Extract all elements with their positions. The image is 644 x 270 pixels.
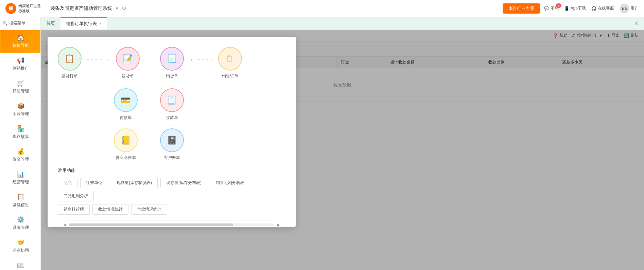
scroll-right-icon[interactable]: ▶ [277,222,280,227]
sidebar-item-basic-info[interactable]: 📋 基础信息 [0,189,40,212]
finance-icon: 💰 [17,148,24,155]
message-badge: 5 [556,3,561,8]
sidebar-item-inventory[interactable]: 🏪 库存核算 [0,121,40,144]
search-icon: 🔍 [3,21,8,26]
common-btn-stock-status[interactable]: 现存量(库存状况表) [111,178,158,188]
purchase-order-item: 📋 进货订单 [58,47,82,79]
supplier-ledger-item: 📒 供应商账本 [114,128,138,161]
sales-order-circle[interactable]: 🗒 [218,47,242,71]
message-icon: 💬 [544,6,549,11]
supplier-item-wrapper: 📒 供应商账本 [114,128,138,161]
tab-sales-exec[interactable]: 销售订单执行表 ✕ [60,17,107,30]
sales-bill-label: 销货单 [166,73,178,79]
avatar: Ea [620,4,629,13]
top-bar: 畅 畅康通好生意 标准版 装备及固定资产辅助管理系统 ▼ ⚙ 体验行业方案 💬 … [0,0,644,17]
online-service-item[interactable]: 🎧 在线客服 [591,5,614,11]
purchase-bill-circle[interactable]: 📝 [116,47,140,71]
marketing-icon: 📢 [17,57,24,64]
scroll-thumb [69,223,233,226]
receipt-bill-label: 收款单 [166,115,178,121]
user-item[interactable]: Ea 用户 [620,4,639,13]
payment-item-wrapper: 💳 付款单 [114,88,138,121]
trial-button[interactable]: 体验行业方案 [503,3,540,14]
supplier-ledger-label: 供应商账本 [116,155,136,161]
purchase-flow-top: 📋 进货订单 - - - - → 📝 进货单 [58,47,140,79]
customer-ledger-circle[interactable]: 📓 [160,128,184,152]
sidebar-item-guide[interactable]: 📖 新手引导 [0,257,40,270]
top-right-area: 💬 5 消息 📱 App下载 🎧 在线客服 Ea 用户 [544,4,639,13]
sidebar-item-operation[interactable]: 📊 经营管理 [0,166,40,189]
inventory-icon: 🏪 [17,125,24,132]
sidebar-item-finance[interactable]: 💰 资金管理 [0,144,40,166]
sales-icon: 🛒 [17,79,24,87]
payment-bill-item: 💳 付款单 [114,88,138,121]
system-dropdown-icon[interactable]: ▼ [115,6,119,11]
logo-text: 畅康通好生意 标准版 [18,3,41,13]
common-btn-partner[interactable]: 往来单位 [80,178,108,188]
supplier-ledger-circle[interactable]: 📒 [114,128,138,152]
sidebar-item-marketing[interactable]: 📢 营销推广 [0,53,40,75]
logo-icon: 畅 [5,3,16,14]
common-btn-payment-stats[interactable]: 付款情况统计 [131,204,167,215]
payment-bill-circle[interactable]: 💳 [114,88,138,112]
common-btn-sales-gross[interactable]: 销售毛利分析表 [210,178,250,188]
page-content: ❓ 帮助 🖨 按模板打印 ▼ ⬆ 导出 🔄 [41,30,644,270]
tab-close-right-icon[interactable]: ✕ [634,20,644,26]
left-flow: 📋 进货订单 - - - - → 📝 进货单 [58,47,140,161]
guide-icon: 📖 [17,262,24,269]
modal: 📋 进货订单 - - - - → 📝 进货单 [48,37,296,227]
common-btn-receipt-stats[interactable]: 收款情况统计 [92,204,128,215]
tab-home[interactable]: 首页 [41,17,60,30]
purchase-order-label: 进货订单 [62,73,78,79]
sales-bill-circle[interactable]: 📃 [160,47,184,71]
down-arrow-purchase: ↓ [126,82,128,87]
settings-gear-icon[interactable]: ⚙ [122,5,126,12]
sidebar-item-enterprise[interactable]: 🤝 企业协同 [0,235,40,257]
modal-scroll-area: ◀ ▶ [58,220,285,227]
receipt-bill-item: 🧾 收款单 [160,88,184,121]
phone-icon: 📱 [564,6,569,11]
operation-icon: 📊 [17,170,24,178]
tab-bar: 首页 销售订单执行表 ✕ ✕ [41,17,644,30]
common-btn-sales-rank[interactable]: 销售排行榜 [58,204,90,215]
sidebar: 🔍 搜索菜单 🏠 快捷导航 📢 营销推广 🛒 销售管理 📦 采购管理 🏪 [0,17,41,270]
common-btn-stock-dist[interactable]: 现存量(库存分布表) [160,178,207,188]
sidebar-item-sys-mgmt[interactable]: ⚙️ 系统管理 [0,212,40,235]
home-icon: 🏠 [17,34,24,41]
scroll-left-icon[interactable]: ◀ [63,222,66,227]
common-section: 常用功能 商品 往来单位 现存量(库存状况表) 现存量(库存分布表) 销售毛利分… [58,167,285,215]
scroll-track[interactable] [69,223,274,226]
sales-order-item: 🗒 销售订单 [218,47,242,79]
app-download-item[interactable]: 📱 App下载 [564,5,586,11]
customer-ledger-item: 📓 客户账本 [160,128,184,161]
down-arrow-payment: ↓ [126,122,128,127]
headset-icon: 🎧 [591,6,596,11]
modal-overlay[interactable]: 📋 进货订单 - - - - → 📝 进货单 [41,30,644,270]
content-area: 首页 销售订单执行表 ✕ ✕ ❓ 帮助 [41,17,644,270]
purchase-bill-label: 进货单 [122,73,134,79]
customer-item-wrapper: 📓 客户账本 [160,128,184,161]
down-arrow-sales: ↓ [172,82,174,87]
main-area: 🔍 搜索菜单 🏠 快捷导航 📢 营销推广 🛒 销售管理 📦 采购管理 🏪 [0,17,644,270]
tab-close-icon[interactable]: ✕ [99,22,102,25]
right-arrow-1: - - - - → [87,56,110,64]
purchase-icon: 📦 [17,102,24,110]
sidebar-item-purchase[interactable]: 📦 采购管理 [0,98,40,121]
common-btn-product[interactable]: 商品 [58,178,77,188]
message-icon-item[interactable]: 💬 5 消息 [544,5,559,11]
system-title-area: 装备及固定资产辅助管理系统 ▼ ⚙ [50,5,499,12]
basic-info-icon: 📋 [17,193,24,201]
receipt-bill-circle[interactable]: 🧾 [160,88,184,112]
left-arrow-1: ← - - - - [189,56,213,64]
common-buttons-container: 商品 往来单位 现存量(库存状况表) 现存量(库存分布表) 销售毛利分析表 商品… [58,178,285,201]
right-flow: 📃 销货单 ← - - - - 🗒 销售订单 [160,47,242,161]
sales-order-label: 销售订单 [222,73,238,79]
customer-ledger-label: 客户账本 [164,155,180,161]
sales-flow-top: 📃 销货单 ← - - - - 🗒 销售订单 [160,47,242,79]
sidebar-item-sales[interactable]: 🛒 销售管理 [0,75,40,98]
purchase-order-circle[interactable]: 📋 [58,47,82,71]
sidebar-search[interactable]: 🔍 搜索菜单 [0,17,40,30]
common-buttons-row2: 销售排行榜 收款情况统计 付款情况统计 [58,204,285,215]
common-btn-product-gross[interactable]: 商品毛利分析 [58,191,94,201]
sidebar-item-quick-nav[interactable]: 🏠 快捷导航 [0,30,40,53]
